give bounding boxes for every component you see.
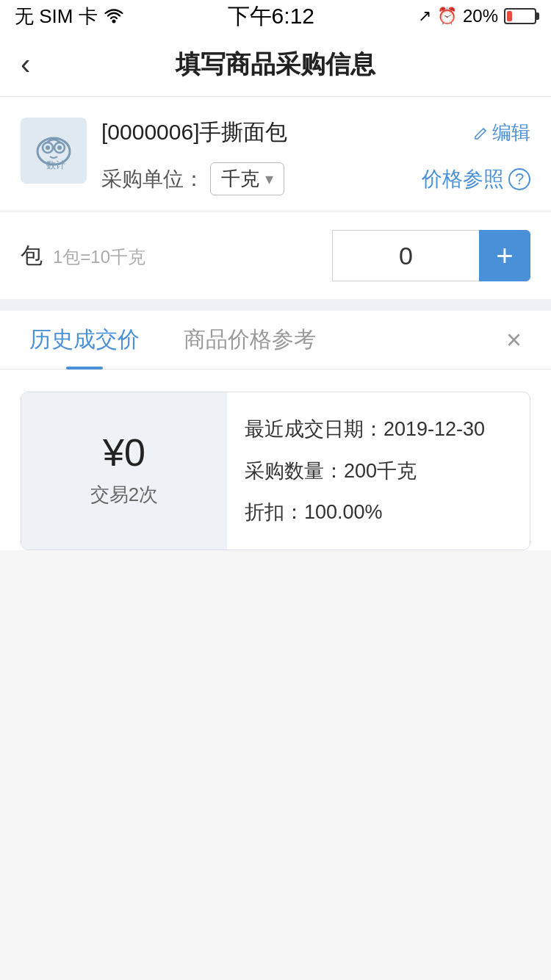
quantity-label-wrap: 包 1包=10千克: [21, 241, 145, 271]
wifi-icon: [104, 9, 124, 24]
recent-date-value: 2019-12-30: [383, 418, 485, 440]
price-ref-button[interactable]: 价格参照 ?: [422, 165, 530, 193]
page-title: 填写商品采购信息: [176, 48, 375, 82]
trade-times: 交易2次: [90, 482, 158, 508]
discount-value: 100.00%: [304, 501, 383, 523]
status-bar-right: ↗ ⏰ 20%: [418, 6, 536, 26]
battery-icon: [504, 8, 536, 24]
product-header: 数计 [0000006]手撕面包 编辑 采购单位： 千: [21, 118, 530, 195]
quantity-value: 0: [399, 242, 413, 270]
edit-label: 编辑: [492, 120, 530, 145]
tab-price-ref-label: 商品价格参考: [184, 325, 316, 355]
price-value: 0: [124, 431, 145, 474]
trade-discount: 折扣：100.00%: [245, 497, 512, 527]
svg-point-4: [46, 145, 50, 150]
quantity-unit: 包: [21, 241, 43, 271]
trade-card-right: 最近成交日期：2019-12-30 采购数量：200千克 折扣：100.00%: [227, 392, 530, 550]
product-logo: 数计: [21, 118, 87, 184]
logo-icon: 数计: [32, 126, 76, 176]
quantity-hint: 1包=10千克: [53, 245, 145, 269]
tabs-section: 历史成交价 商品价格参考 × ¥0 交易2次 最近成交日期：2019-12-30…: [0, 311, 551, 550]
tabs-header: 历史成交价 商品价格参考 ×: [0, 311, 551, 370]
product-unit-row: 采购单位： 千克 ▾ 价格参照 ?: [101, 162, 530, 195]
quantity-detail-value: 200千克: [344, 460, 417, 482]
status-bar-time: 下午6:12: [228, 1, 314, 32]
section-divider: [0, 299, 551, 311]
tab-close-button[interactable]: ×: [506, 325, 522, 356]
trade-price: ¥0: [103, 433, 145, 472]
battery-pct: 20%: [463, 6, 498, 26]
recent-date-label: 最近成交日期：: [245, 418, 383, 440]
product-info: [0000006]手撕面包 编辑 采购单位： 千克 ▾: [101, 118, 530, 195]
unit-label: 采购单位：: [101, 165, 204, 193]
location-icon: ↗: [418, 7, 431, 26]
status-bar-left: 无 SIM 卡: [15, 4, 124, 29]
unit-selector[interactable]: 千克 ▾: [210, 162, 284, 195]
tab-history-price-label: 历史成交价: [29, 325, 140, 355]
status-bar: 无 SIM 卡 下午6:12 ↗ ⏰ 20%: [0, 0, 551, 32]
price-symbol: ¥: [103, 431, 124, 474]
trade-recent-date: 最近成交日期：2019-12-30: [245, 414, 512, 444]
price-ref-help-icon: ?: [508, 168, 530, 190]
price-ref-label: 价格参照: [422, 165, 504, 193]
quantity-plus-button[interactable]: +: [479, 230, 530, 281]
plus-icon: +: [496, 239, 513, 273]
alarm-icon: ⏰: [437, 7, 457, 26]
product-name: [0000006]手撕面包: [101, 118, 287, 148]
quantity-section: 包 1包=10千克 0 +: [0, 212, 551, 299]
tab-price-ref[interactable]: 商品价格参考: [184, 311, 316, 370]
tabs-left: 历史成交价 商品价格参考: [29, 311, 316, 370]
svg-text:数计: 数计: [46, 159, 65, 170]
tab-history-price[interactable]: 历史成交价: [29, 311, 140, 370]
nav-bar: ‹ 填写商品采购信息: [0, 32, 551, 97]
unit-arrow-icon: ▾: [265, 170, 273, 189]
carrier-text: 无 SIM 卡: [15, 4, 98, 29]
quantity-label: 采购数量：: [245, 460, 344, 482]
edit-button[interactable]: 编辑: [473, 120, 530, 145]
back-button[interactable]: ‹: [21, 48, 30, 81]
product-section: 数计 [0000006]手撕面包 编辑 采购单位： 千: [0, 97, 551, 210]
svg-point-5: [57, 145, 62, 150]
page-body: [0, 572, 551, 981]
unit-value: 千克: [221, 166, 259, 192]
discount-label: 折扣：: [245, 501, 304, 523]
quantity-input[interactable]: 0: [332, 230, 479, 281]
trade-card: ¥0 交易2次 最近成交日期：2019-12-30 采购数量：200千克 折扣：…: [21, 392, 530, 550]
trade-quantity: 采购数量：200千克: [245, 456, 512, 486]
trade-card-left: ¥0 交易2次: [21, 392, 227, 550]
quantity-controls: 0 +: [332, 230, 530, 281]
product-info-top: [0000006]手撕面包 编辑: [101, 118, 530, 148]
svg-point-0: [112, 20, 115, 24]
